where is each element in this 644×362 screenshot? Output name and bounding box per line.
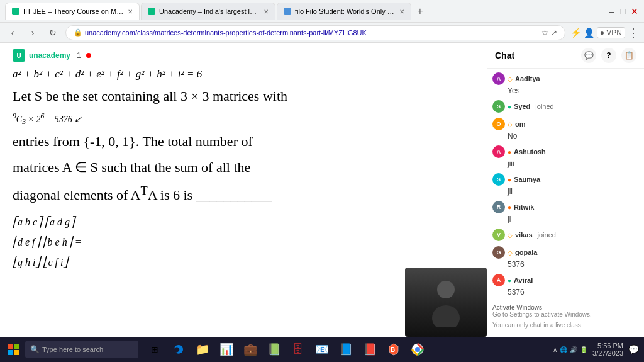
bookmark-icon[interactable]: ☆	[541, 28, 548, 37]
chat-message-2: O ◇ om No	[492, 118, 639, 140]
taskbar-word[interactable]: 📘	[335, 338, 357, 361]
taskbar-multitasking[interactable]: ⊞	[143, 338, 166, 361]
volume-icon[interactable]: 🔊	[570, 346, 577, 353]
address-bar-icons: ☆ ↗	[541, 28, 557, 37]
taskbar-search[interactable]: 🔍 Type here to search	[25, 341, 138, 358]
badge-0: ◇	[508, 76, 513, 82]
chat-message-4: S ● Saumya jii	[492, 173, 639, 196]
taskbar-pdf[interactable]: 📕	[358, 338, 381, 361]
msg-text-2: No	[492, 132, 639, 140]
taskbar-edge[interactable]	[167, 338, 190, 361]
back-button[interactable]: ‹	[5, 25, 20, 40]
taskbar-office[interactable]: 📊	[215, 338, 238, 361]
svg-point-1	[432, 305, 460, 327]
username-8: Aviral	[514, 276, 533, 284]
chat-title: Chat	[495, 50, 514, 60]
problem-line-2: entries from {-1, 0, 1}. The total numbe…	[13, 130, 474, 152]
maximize-button[interactable]: □	[619, 7, 628, 16]
avatar-2: O	[492, 118, 505, 130]
forward-button[interactable]: ›	[25, 25, 40, 40]
chat-message-0: A ◇ Aaditya Yes	[492, 72, 639, 95]
url-bar[interactable]: 🔒 unacademy.com/class/matrices-determina…	[65, 25, 565, 40]
tab-2[interactable]: Unacademy – India's largest learning p..…	[141, 3, 275, 20]
system-tray: ∧ 🌐 🔊 🔋	[553, 346, 587, 353]
activate-windows-sub: Go to Settings to activate Windows.	[492, 311, 592, 318]
tab-1-label: IIT JEE – Theory Course on Ma...	[23, 8, 124, 15]
math-equation-top: a² + b² + c² + d² + e² + f² + g² + h² + …	[13, 65, 474, 82]
chat-user-5: R ● Ritwik	[492, 201, 639, 213]
tab-3-close[interactable]: ✕	[399, 8, 404, 15]
badge-3: ●	[508, 149, 511, 156]
taskbar-file-explorer[interactable]: 📁	[191, 338, 214, 361]
bookmarks-bar: ⚡ 👤 ● VPN ⋮	[570, 26, 639, 40]
search-icon-taskbar: 🔍	[30, 345, 40, 354]
taskbar-brave[interactable]: B	[382, 338, 405, 361]
msg-text-8: 5376	[492, 288, 639, 297]
svg-rect-4	[8, 350, 13, 355]
avatar-8: A	[492, 274, 505, 286]
tabs-container: IIT JEE – Theory Course on Ma... ✕ Unaca…	[5, 3, 602, 20]
logo-icon: U	[13, 49, 25, 62]
extensions-icon[interactable]: ⚡	[570, 28, 581, 38]
joined-label-6: joined	[538, 231, 556, 239]
logo-text: unacademy	[29, 51, 70, 60]
username-5: Ritwik	[514, 203, 534, 211]
profile-icon[interactable]: 👤	[584, 28, 594, 38]
taskbar-teams[interactable]: 💼	[239, 338, 262, 361]
vpn-label[interactable]: ● VPN	[597, 27, 625, 38]
chat-user-7: G ◇ gopala	[492, 246, 639, 259]
avatar-3: A	[492, 145, 505, 158]
network-icon[interactable]: 🌐	[560, 346, 567, 353]
lecture-content: U unacademy 1 a² + b² + c² + d² + e² + f…	[0, 43, 487, 337]
matrix-row-1: ⎡a b c⎤ ⎡a d g⎤	[13, 212, 474, 232]
taskbar-excel[interactable]: 📗	[263, 338, 286, 361]
tab-1[interactable]: IIT JEE – Theory Course on Ma... ✕	[5, 3, 140, 20]
chat-user-1: S ● Syed joined	[492, 100, 639, 113]
tray-icon-1[interactable]: ∧	[553, 346, 557, 353]
chat-message-8: A ● Aviral 5376	[492, 274, 639, 297]
chat-messages-list: A ◇ Aaditya Yes S ● Syed joined O ◇	[487, 69, 644, 337]
username-3: Ashutosh	[514, 148, 546, 156]
tab-1-close[interactable]: ✕	[128, 8, 133, 15]
chat-message-5: R ● Ritwik ji	[492, 201, 639, 223]
username-4: Saumya	[514, 176, 540, 183]
username-6: vikas	[515, 231, 533, 239]
avatar-5: R	[492, 201, 505, 213]
browser-tab-bar: IIT JEE – Theory Course on Ma... ✕ Unaca…	[0, 0, 644, 23]
taskbar-chrome[interactable]	[406, 338, 429, 361]
badge-1: ●	[508, 103, 511, 110]
math-calc: 9C3 × 26 = 5376 ↙	[13, 111, 474, 128]
unacademy-logo: U unacademy 1	[13, 49, 474, 62]
menu-icon[interactable]: ⋮	[628, 26, 639, 40]
chat-message-3: A ● Ashutosh jiii	[492, 145, 639, 168]
minimize-button[interactable]: –	[608, 7, 616, 16]
close-button[interactable]: ✕	[630, 7, 639, 16]
system-clock[interactable]: 5:56 PM 3/27/2023	[592, 342, 623, 357]
notification-button[interactable]: 💬	[628, 344, 639, 354]
battery-icon[interactable]: 🔋	[580, 346, 587, 353]
matrix-row-2: ⎢d e f⎥ ⎢b e h⎥ =	[13, 232, 474, 252]
tab-2-close[interactable]: ✕	[264, 8, 269, 15]
matrix-expression: ⎡a b c⎤ ⎡a d g⎤ ⎢d e f⎥ ⎢b e h⎥ = ⎣g h i…	[13, 212, 474, 273]
taskbar-outlook[interactable]: 📧	[311, 338, 333, 361]
chat-sidebar: Chat 💬 ? 📋 A ◇ Aaditya Yes S ● S	[487, 43, 644, 337]
windows-activation-msg: Activate Windows Go to Settings to activ…	[492, 302, 639, 320]
tab-3[interactable]: filo Filo Student: World's Only Live Ins…	[277, 3, 411, 20]
clock-time: 5:56 PM	[592, 342, 623, 349]
svg-rect-3	[14, 344, 19, 349]
avatar-6: V	[492, 229, 505, 241]
refresh-button[interactable]: ↻	[45, 25, 60, 40]
tab-favicon-2	[148, 8, 155, 15]
chat-icon-1[interactable]: 💬	[581, 48, 596, 63]
chat-icon-3[interactable]: 📋	[621, 48, 636, 63]
taskbar-access[interactable]: 🗄	[287, 338, 309, 361]
chat-only-notice: You can only chat in a live class	[492, 320, 639, 330]
chat-icon-2[interactable]: ?	[601, 48, 616, 63]
chat-user-6: V ◇ vikas joined	[492, 229, 639, 241]
start-button[interactable]	[5, 341, 23, 358]
chat-user-0: A ◇ Aaditya	[492, 72, 639, 85]
window-controls: – □ ✕	[608, 7, 639, 16]
share-icon[interactable]: ↗	[551, 28, 557, 37]
new-tab-button[interactable]: +	[413, 4, 428, 19]
taskbar-app-icons: ⊞ 📁 📊 💼 📗 🗄 📧 📘 📕 B	[143, 338, 429, 361]
